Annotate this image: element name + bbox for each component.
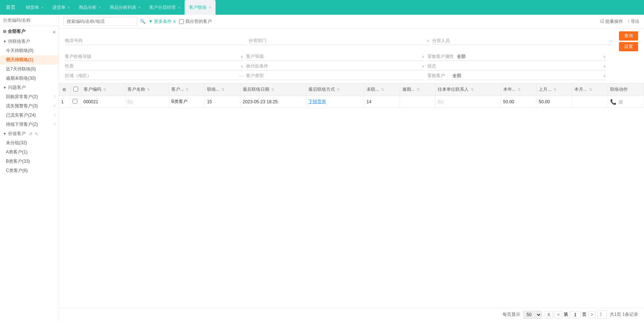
customer-name-blurred: Ea [127, 99, 133, 104]
chevron-down-icon: ∨ [603, 74, 606, 78]
query-button[interactable]: 查询 [619, 31, 638, 41]
sidebar-search-input[interactable] [3, 18, 58, 23]
nav-tab-1[interactable]: 进货单 × [48, 0, 74, 15]
last-method-link[interactable]: 下销货单 [308, 99, 326, 104]
th-class: 客户... ⇅ [169, 83, 205, 96]
filter-search-icon[interactable]: 🔍 [140, 19, 146, 24]
table-area: ⚙ 客户编码 ⇅ 客户名称 ⇅ [59, 83, 644, 308]
arrow-icon: ▼ [3, 86, 7, 90]
td-actions: 📞 ⊞ [608, 96, 644, 108]
td-unlinked: 14 [364, 96, 400, 108]
nav-home[interactable]: 首页 [0, 0, 21, 15]
sidebar-item-b-class[interactable]: B类客户(33) [0, 157, 59, 166]
more-filter-button[interactable]: ▼ 更多条件 ∧ [148, 18, 176, 25]
help-icon[interactable]: ? [53, 122, 56, 127]
edit-icon[interactable]: ✎ [35, 131, 38, 137]
filter-search-input[interactable] [63, 17, 137, 26]
help-icon[interactable]: ? [53, 95, 56, 99]
export-icon: ↑ [627, 19, 630, 24]
phone-icon[interactable]: 📞 [610, 99, 616, 105]
td-name: Ea [125, 96, 169, 108]
grid-icon: ⊞ [3, 29, 6, 34]
export-button[interactable]: ↑ 导出 [627, 18, 640, 25]
th-last-month: 上月... ⇅ [536, 83, 572, 96]
td-overdue [400, 96, 435, 108]
top-nav: 首页 销货单 × 进货单 × 商品分析 × 商品分析列表 × 客户分层经营 × … [0, 0, 644, 15]
sort-icon[interactable]: ⇅ [471, 87, 474, 92]
table-row: 1 000021 Ea B类客户 15 2023-05-23 18:25: 下销… [59, 96, 644, 108]
sidebar-item-overdue[interactable]: 逾期未联络(30) [0, 74, 59, 83]
sidebar-item-7days[interactable]: 近7天待联络(0) [0, 65, 59, 74]
my-customers-checkbox[interactable]: 我分管的客户 [179, 18, 212, 25]
sort-icon[interactable]: ⇅ [337, 87, 340, 92]
th-gear: ⚙ [59, 83, 70, 96]
td-last-method: 下销货单 [306, 96, 364, 108]
filter-retail-attr: 零散客户属性 全部 ∨ [427, 54, 606, 61]
grid-action-icon[interactable]: ⊞ [619, 99, 623, 105]
settings-button[interactable]: 设置 [619, 42, 638, 51]
nav-tab-0[interactable]: 销货单 × [21, 0, 48, 15]
sidebar-item-a-class[interactable]: A类客户(1) [0, 148, 59, 157]
sort-icon[interactable]: ⇅ [186, 87, 189, 92]
more-icon[interactable]: ··· [240, 74, 243, 78]
sidebar-item-ungrouped[interactable]: 未分组(32) [0, 138, 59, 148]
arrow-icon: ▼ [3, 39, 7, 44]
collapse-icon[interactable]: « [53, 29, 56, 35]
td-code: 000021 [81, 96, 125, 108]
row-checkbox[interactable] [73, 99, 77, 104]
close-icon[interactable]: × [139, 6, 141, 10]
nav-tab-2[interactable]: 商品分析 × [74, 0, 105, 15]
close-icon[interactable]: × [99, 6, 101, 10]
my-customers-check-input[interactable] [179, 19, 184, 24]
sort-icon[interactable]: ⇅ [271, 87, 274, 92]
more-icon[interactable]: ··· [610, 39, 613, 43]
sidebar-item-today[interactable]: 今天待联络(0) [0, 46, 59, 55]
sidebar-item-tomorrow[interactable]: 明天待联络(1) [0, 55, 59, 65]
th-this-month: 本月... ⇅ [572, 83, 608, 96]
sort-icon[interactable]: ⇅ [589, 87, 592, 92]
sort-icon[interactable]: ⇅ [103, 87, 106, 92]
close-icon[interactable]: × [209, 6, 211, 10]
contact-person-blurred: Ea [438, 99, 443, 104]
group-title-1[interactable]: ▼ 问题客户 [0, 83, 59, 92]
sidebar-item-churn-warning[interactable]: 流失预警客户(3) ? [0, 101, 59, 111]
page-input[interactable] [570, 311, 581, 318]
chevron-icon: ∧ [173, 19, 176, 24]
sidebar-all-customers[interactable]: ⊞ 全部客户 « [0, 26, 59, 37]
th-code: 客户编码 ⇅ [81, 83, 125, 96]
sort-icon[interactable]: ⇅ [553, 87, 556, 92]
sidebar-item-c-class[interactable]: C类客户(6) [0, 166, 59, 175]
close-icon[interactable]: × [41, 6, 43, 10]
batch-op-button[interactable]: ☑ 批量操作 [600, 18, 623, 25]
select-all-checkbox[interactable] [73, 87, 78, 92]
sidebar-item-repurchase[interactable]: 回购异常客户(2) ? [0, 92, 59, 101]
sort-icon[interactable]: ⇅ [518, 87, 521, 92]
close-icon[interactable]: × [68, 6, 70, 10]
nav-tab-4[interactable]: 客户分层经营 × [145, 0, 185, 15]
td-last-month: 50.00 [536, 96, 572, 108]
sort-icon[interactable]: ⇅ [381, 87, 384, 92]
sort-icon[interactable]: ⇅ [221, 87, 224, 92]
nav-first-button[interactable]: K [545, 311, 553, 318]
sort-icon[interactable]: ⇅ [417, 87, 420, 92]
nav-next-button[interactable]: > [588, 311, 596, 318]
sidebar-item-churned[interactable]: 已流失客户(24) ? [0, 111, 59, 120]
nav-tab-3[interactable]: 商品分析列表 × [105, 0, 145, 15]
gear-icon[interactable]: ⚙ [62, 87, 66, 92]
close-icon[interactable]: × [178, 6, 180, 10]
nav-last-button[interactable]: 》 [597, 310, 607, 319]
per-page-select[interactable]: 50 100 200 [523, 311, 542, 319]
help-icon[interactable]: ? [53, 113, 56, 118]
filter-toolbar: 🔍 ▼ 更多条件 ∧ 我分管的客户 ☑ 批量操作 ↑ 导出 [59, 15, 644, 28]
sort-icon[interactable]: ⇅ [147, 87, 150, 92]
help-icon[interactable]: ? [53, 104, 56, 108]
nav-prev-button[interactable]: < [554, 311, 562, 318]
pagination: K < 第 页 > 》 [545, 310, 607, 319]
group-title-0[interactable]: ▼ 待联络客户 [0, 37, 59, 46]
refresh-icon[interactable]: ↺ [29, 131, 32, 137]
sidebar-search-area: 🔍 [0, 15, 59, 26]
sidebar-item-declining[interactable]: 持续下滑客户(2) ? [0, 120, 59, 129]
th-last-date: 最后联络日期 ⇅ [240, 83, 306, 96]
nav-tab-5[interactable]: 客户联络 × [185, 0, 216, 15]
chevron-down-icon: ∨ [241, 55, 243, 59]
